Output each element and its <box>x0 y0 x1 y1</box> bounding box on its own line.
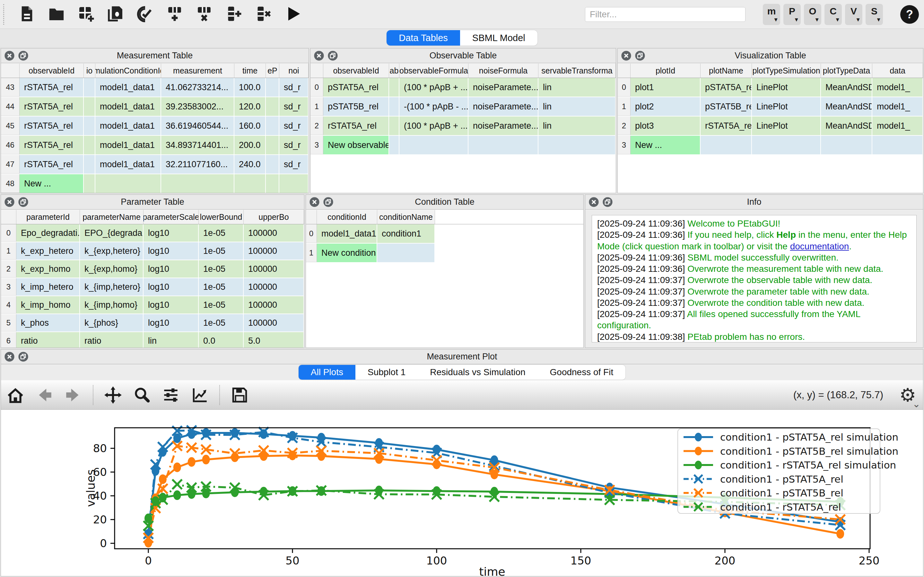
cell[interactable]: rSTAT5A_rel <box>19 78 84 97</box>
cell[interactable]: k_phos <box>16 314 80 332</box>
cell[interactable]: 160.0 <box>234 116 266 135</box>
cell[interactable]: model1_data1 <box>95 136 161 154</box>
cell[interactable]: 100000 <box>243 224 304 242</box>
row-header[interactable]: 6 <box>1 332 16 348</box>
cell[interactable]: pSTAT5B_rel <box>323 97 389 116</box>
cell[interactable]: -(100 * pApB - ... <box>399 97 468 116</box>
cell[interactable]: 1e-05 <box>199 242 243 259</box>
cell[interactable] <box>84 116 95 135</box>
cell[interactable] <box>389 116 399 135</box>
float-panel-icon[interactable] <box>602 197 613 207</box>
save-button[interactable] <box>106 5 124 23</box>
back-button[interactable] <box>34 385 54 405</box>
quick-filter-v-button[interactable]: V▼ <box>845 4 862 25</box>
forward-button[interactable] <box>63 385 83 405</box>
cell[interactable]: 100000 <box>243 314 304 332</box>
float-panel-icon[interactable] <box>327 50 338 61</box>
corner-header[interactable] <box>1 64 19 78</box>
cell[interactable]: sd_r <box>279 78 308 97</box>
cell[interactable] <box>821 136 872 154</box>
close-icon[interactable] <box>621 50 632 61</box>
cell[interactable]: pSTAT5B_rel <box>701 97 752 116</box>
cell[interactable]: model1_ <box>872 97 923 116</box>
cell[interactable]: k_exp_hetero <box>16 242 80 259</box>
cell[interactable]: New observable <box>323 136 389 154</box>
cell[interactable]: k_imp_hetero <box>16 278 80 296</box>
pan-button[interactable] <box>103 385 123 405</box>
cell[interactable]: 1e-05 <box>199 278 243 296</box>
row-header[interactable]: 1 <box>1 242 16 259</box>
chevron-down-icon[interactable]: ⌄ <box>913 398 921 409</box>
measurement-plot-canvas[interactable]: 050100150200250020406080timevaluescondit… <box>1 410 923 576</box>
row-header[interactable]: 2 <box>1 260 16 277</box>
zoom-button[interactable] <box>132 385 152 405</box>
column-header[interactable]: servableTransforma <box>539 64 616 78</box>
cell[interactable] <box>84 174 95 193</box>
cell[interactable] <box>279 174 308 193</box>
cell[interactable]: New condition <box>317 243 377 262</box>
documentation-link[interactable]: documentation <box>790 241 849 251</box>
close-icon[interactable] <box>4 351 15 362</box>
column-header[interactable]: plotTypeSimulation <box>752 64 821 78</box>
close-icon[interactable] <box>309 197 320 207</box>
cell[interactable] <box>389 97 399 116</box>
cell[interactable]: LinePlot <box>752 116 821 135</box>
tab-sbml-model[interactable]: SBML Model <box>460 30 537 45</box>
cell[interactable]: 41.062733214... <box>161 78 234 97</box>
cell[interactable]: sd_r <box>279 155 308 174</box>
column-header[interactable]: lowerBound <box>199 210 243 224</box>
add-row-button[interactable] <box>166 5 184 23</box>
quick-filter-o-button[interactable]: O▼ <box>804 4 821 25</box>
new-file-button[interactable] <box>18 5 36 23</box>
quick-filter-m-button[interactable]: m▼ <box>763 4 780 25</box>
cell[interactable]: plot3 <box>631 116 701 135</box>
cell[interactable] <box>84 136 95 154</box>
cell[interactable]: rSTAT5A_rel <box>701 116 752 135</box>
column-header[interactable]: parameterScale <box>144 210 199 224</box>
corner-header[interactable] <box>618 64 631 78</box>
cell[interactable]: rSTAT5A_rel <box>19 155 84 174</box>
float-panel-icon[interactable] <box>18 50 29 61</box>
cell[interactable]: lin <box>539 78 616 97</box>
cell[interactable] <box>872 136 923 154</box>
quick-filter-c-button[interactable]: C▼ <box>824 4 842 25</box>
corner-header[interactable] <box>310 64 323 78</box>
cell[interactable] <box>161 174 234 193</box>
cell[interactable]: LinePlot <box>752 78 821 97</box>
cell[interactable]: 39.23583002... <box>161 97 234 116</box>
cell[interactable]: k_exp_homo <box>16 260 80 277</box>
cell[interactable]: 100000 <box>243 260 304 277</box>
column-header[interactable]: observableFormula <box>399 64 468 78</box>
cell[interactable] <box>84 78 95 97</box>
column-header[interactable]: eP <box>266 64 279 78</box>
row-header[interactable]: 0 <box>1 224 16 242</box>
row-header[interactable]: 2 <box>310 116 323 135</box>
cell[interactable]: rSTAT5A_rel <box>19 116 84 135</box>
column-header[interactable]: io <box>84 64 95 78</box>
row-header[interactable]: 48 <box>1 174 19 193</box>
cell[interactable]: 1e-05 <box>199 224 243 242</box>
cell[interactable] <box>389 78 399 97</box>
float-panel-icon[interactable] <box>323 197 334 207</box>
cell[interactable]: 1e-05 <box>199 314 243 332</box>
cell[interactable]: lin <box>539 97 616 116</box>
cell[interactable] <box>266 78 279 97</box>
axes-edit-button[interactable] <box>190 385 210 405</box>
column-header[interactable]: observableId <box>323 64 389 78</box>
cell[interactable] <box>377 243 435 262</box>
cell[interactable]: Epo_degradati... <box>16 224 80 242</box>
run-simulation-button[interactable] <box>284 5 302 23</box>
cell[interactable] <box>266 155 279 174</box>
corner-header[interactable] <box>1 210 16 224</box>
cell[interactable]: MeanAndSD <box>821 97 872 116</box>
cell[interactable]: noiseParamete... <box>468 78 539 97</box>
column-header[interactable]: parameterId <box>16 210 80 224</box>
tab-subplot-1[interactable]: Subplot 1 <box>355 365 418 380</box>
row-header[interactable]: 45 <box>1 116 19 135</box>
cell[interactable]: plot1 <box>631 78 701 97</box>
info-log[interactable]: [2025-09-24 11:09:36] Welcome to PEtabGU… <box>592 215 917 342</box>
cell[interactable]: k_{imp,homo} <box>80 296 144 314</box>
cell[interactable]: 100000 <box>243 278 304 296</box>
row-header[interactable]: 3 <box>618 136 631 154</box>
cell[interactable]: rSTAT5A_rel <box>323 116 389 135</box>
